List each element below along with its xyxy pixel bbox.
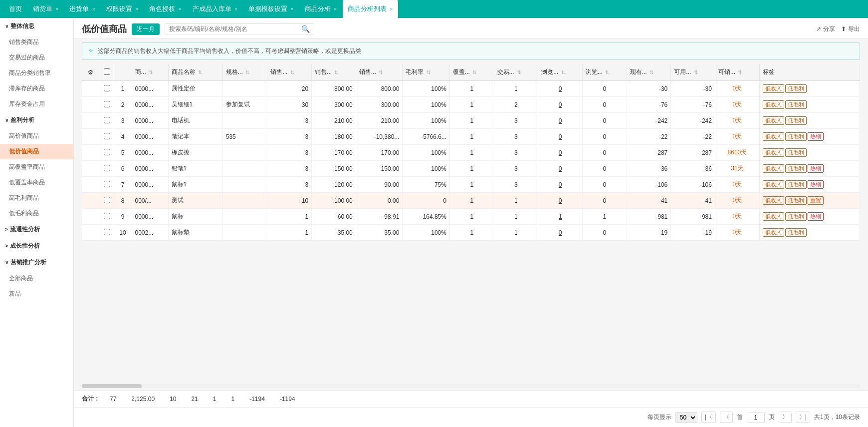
sidebar-section-成长性分析[interactable]: >成长性分析 bbox=[0, 238, 73, 254]
per-page-select[interactable]: 50 bbox=[675, 412, 697, 423]
col-header-trade[interactable]: 交易... ⇅ bbox=[494, 64, 538, 81]
browse1-link[interactable]: 1 bbox=[559, 213, 562, 220]
col-header-browse2[interactable]: 浏览... ⇅ bbox=[582, 64, 627, 81]
next-page-button[interactable]: 〉 bbox=[779, 412, 792, 423]
sidebar-item-高价值商品[interactable]: 高价值商品 bbox=[0, 128, 73, 144]
browse1-link[interactable]: 0 bbox=[559, 149, 562, 156]
browse1-link[interactable]: 0 bbox=[559, 181, 562, 188]
select-all-checkbox[interactable] bbox=[104, 68, 110, 75]
nav-close-icon[interactable]: × bbox=[334, 6, 337, 12]
cell-code: 0000... bbox=[132, 129, 168, 145]
row-checkbox[interactable] bbox=[104, 165, 110, 171]
nav-item-首页[interactable]: 首页 bbox=[4, 0, 27, 18]
row-checkbox[interactable] bbox=[104, 197, 110, 203]
nav-item-单据模板设置[interactable]: 单据模板设置× bbox=[243, 0, 298, 18]
nav-close-icon[interactable]: × bbox=[390, 6, 393, 12]
export-button[interactable]: ⬆ 导出 bbox=[841, 25, 860, 33]
prev-page-button[interactable]: 〈 bbox=[720, 412, 733, 423]
cell-num: 6 bbox=[114, 161, 132, 177]
nav-close-icon[interactable]: × bbox=[55, 6, 58, 12]
col-header-sale_qty[interactable]: 销售... ⇅ bbox=[267, 64, 312, 81]
nav-item-产成品入库单[interactable]: 产成品入库单× bbox=[188, 0, 242, 18]
sidebar: ∨整体信息销售类商品交易过的商品商品分类销售率滞库存的商品库存资金占用∨盈利分析… bbox=[0, 18, 74, 427]
cell-cb bbox=[100, 161, 114, 177]
nav-item-进货单[interactable]: 进货单× bbox=[64, 0, 100, 18]
sidebar-item-滞库存的商品[interactable]: 滞库存的商品 bbox=[0, 81, 73, 96]
col-header-browse1[interactable]: 浏览... ⇅ bbox=[538, 64, 583, 81]
col-header-coverage[interactable]: 覆盖... ⇅ bbox=[449, 64, 494, 81]
search-input[interactable] bbox=[169, 25, 301, 32]
scrollbar-thumb[interactable] bbox=[82, 384, 142, 388]
nav-close-icon[interactable]: × bbox=[290, 6, 293, 12]
cell-code: 0000... bbox=[132, 81, 168, 97]
cell-trade: 3 bbox=[494, 113, 538, 129]
browse1-link[interactable]: 0 bbox=[559, 85, 562, 92]
sidebar-item-高覆盖率商品[interactable]: 高覆盖率商品 bbox=[0, 159, 73, 175]
share-button[interactable]: ↗ 分享 bbox=[816, 25, 835, 33]
sort-icon: ⇅ bbox=[472, 69, 476, 75]
cell-spec bbox=[222, 209, 267, 225]
nav-item-商品分析列表[interactable]: 商品分析列表× bbox=[343, 0, 398, 18]
col-header-sale_profit[interactable]: 销售... ⇅ bbox=[356, 64, 403, 81]
browse1-link[interactable]: 0 bbox=[559, 101, 562, 108]
col-header-gross_rate[interactable]: 毛利率 ⇅ bbox=[403, 64, 450, 81]
col-header-name[interactable]: 商品名称 ⇅ bbox=[168, 64, 222, 81]
sidebar-item-商品分类销售率[interactable]: 商品分类销售率 bbox=[0, 65, 73, 81]
cell-stock_cur: 36 bbox=[627, 161, 671, 177]
sidebar-item-库存资金占用[interactable]: 库存资金占用 bbox=[0, 96, 73, 112]
last-page-button[interactable]: 〉| bbox=[796, 412, 810, 423]
row-checkbox[interactable] bbox=[104, 229, 110, 235]
row-checkbox[interactable] bbox=[104, 181, 110, 187]
row-checkbox[interactable] bbox=[104, 117, 110, 123]
row-checkbox[interactable] bbox=[104, 213, 110, 219]
nav-item-权限设置[interactable]: 权限设置× bbox=[101, 0, 143, 18]
nav-close-icon[interactable]: × bbox=[178, 6, 181, 12]
cell-gross_rate: 0 bbox=[403, 193, 450, 209]
sidebar-item-低价值商品[interactable]: 低价值商品 bbox=[0, 144, 73, 159]
col-header-spec[interactable]: 规格... ⇅ bbox=[222, 64, 267, 81]
sidebar-item-新品[interactable]: 新品 bbox=[0, 286, 73, 302]
browse1-link[interactable]: 0 bbox=[559, 133, 562, 140]
browse1-link[interactable]: 0 bbox=[559, 229, 562, 236]
nav-item-销货单[interactable]: 销货单× bbox=[28, 0, 63, 18]
sidebar-item-全部商品[interactable]: 全部商品 bbox=[0, 271, 73, 286]
days-value: 0天 bbox=[732, 85, 742, 92]
nav-close-icon[interactable]: × bbox=[234, 6, 237, 12]
sidebar-item-低覆盖率商品[interactable]: 低覆盖率商品 bbox=[0, 175, 73, 190]
nav-close-icon[interactable]: × bbox=[135, 6, 138, 12]
cell-code: 0000... bbox=[132, 97, 168, 113]
nav-item-角色授权[interactable]: 角色授权× bbox=[144, 0, 186, 18]
sidebar-section-整体信息[interactable]: ∨整体信息 bbox=[0, 18, 73, 34]
sidebar-section-盈利分析[interactable]: ∨盈利分析 bbox=[0, 112, 73, 128]
row-checkbox[interactable] bbox=[104, 133, 110, 139]
sidebar-item-销售类商品[interactable]: 销售类商品 bbox=[0, 34, 73, 50]
settings-icon[interactable]: ⚙ bbox=[88, 69, 93, 76]
col-header-code[interactable]: 商... ⇅ bbox=[132, 64, 168, 81]
first-page-button[interactable]: |〈 bbox=[701, 412, 716, 423]
sidebar-section-流通性分析[interactable]: >流通性分析 bbox=[0, 221, 73, 238]
period-button[interactable]: 近一月 bbox=[132, 23, 160, 35]
row-checkbox[interactable] bbox=[104, 85, 110, 91]
horizontal-scrollbar[interactable] bbox=[82, 384, 860, 388]
cell-sale_amt: 210.00 bbox=[312, 113, 356, 129]
col-header-stock_cur[interactable]: 现有... ⇅ bbox=[627, 64, 671, 81]
cell-stock_cur: -41 bbox=[627, 193, 671, 209]
page-number-input[interactable] bbox=[747, 413, 765, 423]
nav-close-icon[interactable]: × bbox=[92, 6, 95, 12]
cell-settings bbox=[82, 209, 100, 225]
row-checkbox[interactable] bbox=[104, 149, 110, 155]
sidebar-section-营销推广分析[interactable]: ∨营销推广分析 bbox=[0, 254, 73, 271]
sidebar-item-交易过的商品[interactable]: 交易过的商品 bbox=[0, 50, 73, 65]
row-checkbox[interactable] bbox=[104, 101, 110, 107]
sidebar-item-高毛利商品[interactable]: 高毛利商品 bbox=[0, 190, 73, 206]
browse1-link[interactable]: 0 bbox=[559, 117, 562, 124]
col-header-sale_amt[interactable]: 销售... ⇅ bbox=[312, 64, 356, 81]
browse1-link[interactable]: 0 bbox=[559, 165, 562, 172]
col-header-stock_avail[interactable]: 可用... ⇅ bbox=[671, 64, 715, 81]
sidebar-item-低毛利商品[interactable]: 低毛利商品 bbox=[0, 206, 73, 221]
nav-item-商品分析[interactable]: 商品分析× bbox=[300, 0, 342, 18]
search-icon[interactable]: 🔍 bbox=[301, 25, 310, 33]
col-header-stock_sale[interactable]: 可销... ⇅ bbox=[715, 64, 759, 81]
cell-sale_profit: -98.91 bbox=[356, 209, 403, 225]
browse1-link[interactable]: 0 bbox=[559, 197, 562, 204]
